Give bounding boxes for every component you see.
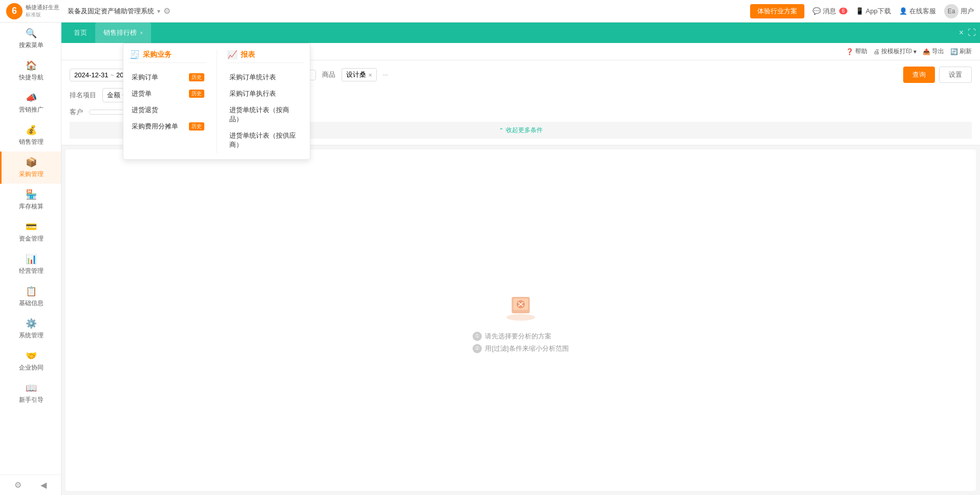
help-btn[interactable]: ❓ 帮助: [846, 47, 867, 56]
sidebar-item-operations-label: 经营管理: [19, 267, 44, 275]
help-icon: ❓: [846, 48, 854, 55]
settings-icon[interactable]: ⚙: [163, 6, 171, 16]
sidebar-item-search[interactable]: 🔍 搜索菜单: [0, 23, 61, 55]
filter-right-actions: 查询 设置: [903, 67, 972, 83]
phone-icon: 📱: [856, 7, 864, 15]
tab-window-close-icon[interactable]: ×: [959, 28, 964, 37]
dropdown-item-stock-in-stat-supplier[interactable]: 进货单统计表（按供应商）: [227, 127, 304, 153]
system-icon: ⚙️: [26, 318, 37, 329]
tab-full-icon[interactable]: ⛶: [968, 28, 976, 37]
sidebar-item-inventory[interactable]: 🏪 库存核算: [0, 184, 61, 216]
tip-text-2: 用[过滤]条件来缩小分析范围: [485, 344, 568, 353]
stock-in-label: 进货单: [132, 89, 152, 98]
operations-icon: 📊: [26, 253, 37, 265]
app-download-label: App下载: [866, 7, 891, 16]
sidebar-settings-btn[interactable]: ⚙: [14, 480, 22, 490]
sidebar-footer: ⚙ ◀: [0, 475, 61, 495]
tab-close-icon[interactable]: ×: [140, 30, 143, 36]
app-download-btn[interactable]: 📱 App下载: [856, 7, 891, 16]
dropdown-report-title: 📈 报表: [227, 50, 304, 63]
sidebar-item-purchase-label: 采购管理: [19, 170, 44, 179]
settings-btn[interactable]: 设置: [939, 67, 972, 83]
sidebar-item-funds[interactable]: 💳 资金管理: [0, 216, 61, 248]
goods-tag-filter[interactable]: 设计桑 ×: [342, 68, 377, 81]
empty-illustration: [500, 285, 541, 326]
goods-filter-more[interactable]: ···: [383, 71, 388, 78]
logo-badge: 标准版: [26, 11, 59, 18]
sidebar-collapse-btn[interactable]: ◀: [40, 480, 47, 490]
sidebar-item-marketing[interactable]: 📣 营销推广: [0, 87, 61, 119]
empty-tips: ① 请先选择要分析的方案 ② 用[过滤]条件来缩小分析范围: [473, 332, 568, 356]
empty-tip-1: ① 请先选择要分析的方案: [473, 332, 568, 341]
logo-icon: 6: [6, 3, 23, 19]
tab-home-label: 首页: [74, 28, 87, 37]
sidebar-item-newbie-label: 新手引导: [19, 396, 44, 404]
stock-return-label: 进货退货: [132, 105, 158, 115]
sidebar-item-basic-info[interactable]: 📋 基础信息: [0, 281, 61, 313]
home-icon: 🏠: [26, 60, 37, 71]
tab-home[interactable]: 首页: [66, 23, 95, 43]
report-col-title-text: 报表: [241, 50, 255, 59]
purchase-expense-label: 采购费用分摊单: [132, 122, 178, 131]
goods-label: 商品: [322, 70, 335, 79]
export-icon: 📤: [923, 48, 930, 55]
ranking-label: 排名项目: [70, 91, 96, 100]
goods-tag-close-icon[interactable]: ×: [368, 71, 372, 79]
dropdown-item-purchase-order-stat[interactable]: 采购订单统计表: [227, 69, 304, 85]
collapse-up-icon: ⌃: [499, 127, 504, 134]
dropdown-divider: [217, 50, 217, 153]
query-btn[interactable]: 查询: [903, 67, 935, 83]
online-service-btn[interactable]: 👤 在线客服: [899, 7, 936, 16]
logo-char: 6: [12, 6, 17, 16]
newbie-icon: 📖: [26, 382, 37, 394]
sidebar-item-operations[interactable]: 📊 经营管理: [0, 248, 61, 281]
system-title-dropdown-icon[interactable]: ▾: [157, 8, 160, 15]
dropdown-purchase-title: 🧾 采购业务: [130, 50, 206, 63]
sidebar-item-search-label: 搜索菜单: [19, 41, 44, 50]
basic-info-icon: 📋: [26, 286, 37, 297]
dropdown-purchase-col: 🧾 采购业务 采购订单 历史 进货单 历史 进货退货 采购费用分摊单 历史: [123, 50, 212, 153]
ranking-value: 金额: [107, 91, 120, 100]
sidebar-item-sales[interactable]: 💰 销售管理: [0, 119, 61, 152]
messages-btn[interactable]: 💬 消息 6: [813, 7, 847, 16]
purchase-icon: 📦: [26, 157, 37, 168]
purchase-order-history-badge: 历史: [189, 73, 204, 81]
refresh-btn[interactable]: 🔄 刷新: [950, 47, 972, 56]
sidebar-item-system[interactable]: ⚙️ 系统管理: [0, 313, 61, 345]
template-print-btn[interactable]: 🖨 按模板打印 ▾: [874, 47, 917, 56]
dropdown-item-stock-in[interactable]: 进货单 历史: [130, 85, 206, 102]
online-service-label: 在线客服: [909, 7, 936, 16]
tab-sales-rank[interactable]: 销售排行榜 ×: [95, 23, 151, 43]
sidebar-item-quick-nav[interactable]: 🏠 快捷导航: [0, 55, 61, 87]
sidebar: 🔍 搜索菜单 🏠 快捷导航 📣 营销推广 💰 销售管理 📦 采购管理 🏪 库存核…: [0, 23, 61, 495]
marketing-icon: 📣: [26, 92, 37, 103]
tip-num-2: ②: [473, 344, 482, 353]
tip-num-1: ①: [473, 332, 482, 341]
export-btn[interactable]: 📤 导出: [923, 47, 944, 56]
sales-icon: 💰: [26, 124, 37, 136]
system-title-area: 装备及固定资产辅助管理系统 ▾ ⚙: [68, 6, 750, 16]
dropdown-item-stock-in-stat-goods[interactable]: 进货单统计表（按商品）: [227, 102, 304, 127]
user-btn[interactable]: Ea 用户: [944, 4, 974, 18]
messages-label: 消息: [823, 7, 836, 16]
sidebar-item-inventory-label: 库存核算: [19, 202, 44, 211]
dropdown-menu: 🧾 采购业务 采购订单 历史 进货单 历史 进货退货 采购费用分摊单 历史: [123, 43, 310, 160]
dropdown-item-purchase-expense[interactable]: 采购费用分摊单 历史: [130, 118, 206, 135]
purchase-order-exec-label: 采购订单执行表: [229, 89, 276, 98]
dropdown-item-purchase-order-exec[interactable]: 采购订单执行表: [227, 85, 304, 102]
sidebar-item-purchase[interactable]: 📦 采购管理: [0, 152, 61, 184]
stock-in-history-badge: 历史: [189, 90, 204, 98]
svg-point-0: [506, 314, 535, 320]
system-title-text: 装备及固定资产辅助管理系统: [68, 7, 154, 16]
sidebar-item-quick-nav-label: 快捷导航: [19, 73, 44, 82]
sidebar-item-newbie[interactable]: 📖 新手引导: [0, 377, 61, 410]
inventory-icon: 🏪: [26, 189, 37, 200]
customer-label: 客户: [70, 107, 83, 117]
dropdown-item-purchase-order[interactable]: 采购订单 历史: [130, 69, 206, 85]
stock-in-stat-goods-label: 进货单统计表（按商品）: [229, 105, 302, 124]
enterprise-icon: 🤝: [26, 350, 37, 361]
dropdown-item-stock-return[interactable]: 进货退货: [130, 102, 206, 118]
sidebar-item-enterprise[interactable]: 🤝 企业协同: [0, 345, 61, 377]
purchase-col-icon: 🧾: [130, 50, 140, 59]
industry-btn[interactable]: 体验行业方案: [750, 4, 804, 18]
